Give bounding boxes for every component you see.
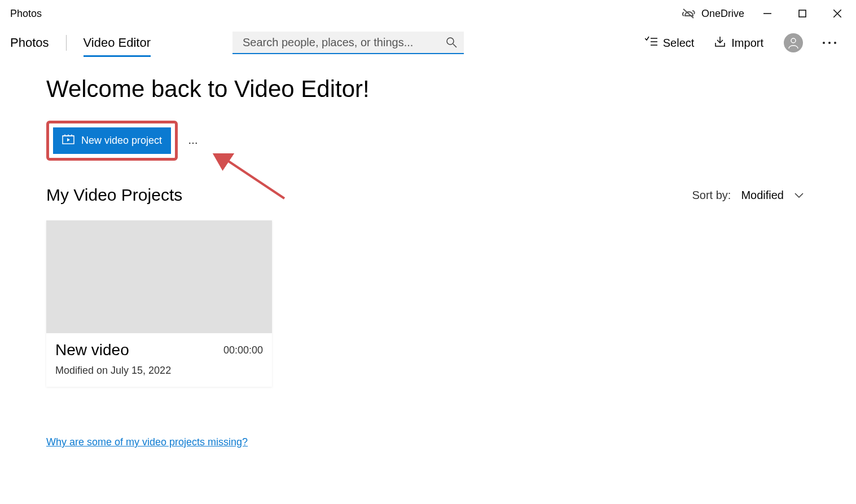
page-title: Welcome back to Video Editor! — [46, 76, 810, 103]
title-bar: Photos OneDrive — [0, 0, 856, 27]
project-card[interactable]: New video 00:00:00 Modified on July 15, … — [46, 220, 272, 387]
svg-line-6 — [453, 44, 456, 47]
close-button[interactable] — [820, 0, 855, 27]
search-input[interactable] — [232, 36, 439, 49]
minimize-button[interactable] — [750, 0, 785, 27]
new-video-project-label: New video project — [81, 135, 162, 147]
project-modified: Modified on July 15, 2022 — [55, 365, 263, 377]
annotation-highlight: New video project — [46, 121, 178, 161]
svg-point-12 — [823, 42, 825, 44]
maximize-button[interactable] — [785, 0, 820, 27]
chevron-down-icon — [794, 189, 804, 202]
cloud-disabled-icon — [681, 8, 696, 19]
onedrive-button[interactable]: OneDrive — [681, 8, 744, 20]
nav-divider — [66, 35, 67, 51]
projects-section: My Video Projects Sort by: Modified New … — [46, 185, 810, 387]
tab-photos[interactable]: Photos — [10, 31, 49, 55]
project-title: New video — [55, 341, 129, 359]
select-button[interactable]: Select — [645, 36, 695, 50]
new-project-row: New video project … — [46, 121, 810, 161]
nav-row: Photos Video Editor Select Import — [0, 27, 856, 59]
select-label: Select — [663, 37, 695, 50]
missing-projects-link[interactable]: Why are some of my video projects missin… — [46, 436, 248, 448]
svg-point-14 — [834, 42, 836, 44]
svg-point-20 — [71, 135, 72, 136]
svg-marker-16 — [67, 138, 70, 142]
svg-rect-2 — [799, 10, 806, 17]
new-project-more-button[interactable]: … — [188, 135, 200, 147]
project-info: New video 00:00:00 Modified on July 15, … — [46, 333, 272, 387]
sort-dropdown[interactable]: Sort by: Modified — [692, 189, 804, 202]
more-button[interactable] — [820, 41, 839, 45]
search-box[interactable] — [232, 32, 464, 54]
sort-label: Sort by: — [692, 189, 731, 202]
new-video-project-button[interactable]: New video project — [53, 127, 171, 154]
app-title: Photos — [10, 8, 42, 20]
project-duration: 00:00:00 — [223, 344, 263, 356]
avatar[interactable] — [784, 33, 803, 52]
projects-title: My Video Projects — [46, 185, 182, 205]
content: Welcome back to Video Editor! New video … — [0, 59, 856, 448]
import-button[interactable]: Import — [714, 36, 763, 50]
svg-point-11 — [791, 38, 796, 43]
import-label: Import — [731, 37, 763, 50]
onedrive-label: OneDrive — [701, 8, 744, 20]
project-thumbnail — [46, 220, 272, 333]
projects-header: My Video Projects Sort by: Modified — [46, 185, 810, 205]
search-icon[interactable] — [439, 37, 464, 48]
checklist-icon — [645, 36, 657, 50]
tab-video-editor[interactable]: Video Editor — [84, 31, 151, 55]
video-project-icon — [62, 134, 74, 147]
sort-value: Modified — [741, 189, 784, 202]
svg-point-18 — [64, 135, 65, 136]
import-icon — [714, 36, 726, 50]
svg-point-13 — [828, 42, 831, 44]
svg-point-5 — [447, 38, 454, 45]
svg-point-19 — [68, 135, 69, 136]
